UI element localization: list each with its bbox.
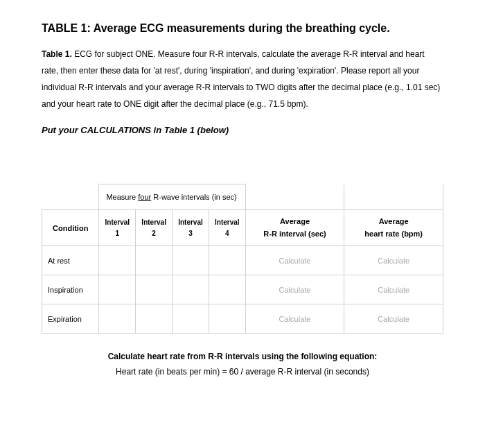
empty-corner [42, 184, 99, 210]
interval-input[interactable] [209, 246, 245, 275]
avg-hr-header: Average heart rate (bpm) [344, 210, 443, 246]
interval-input[interactable] [209, 275, 245, 304]
interval-header-4: Interval 4 [209, 210, 245, 246]
footer-equation: Heart rate (in beats per min) = 60 / ave… [42, 367, 443, 377]
desc-prefix: Table 1. [42, 49, 72, 59]
measure-header: Measure four R-wave intervals (in sec) [99, 184, 245, 210]
interval-input[interactable] [136, 246, 173, 275]
interval-header-1: Interval 1 [99, 210, 136, 246]
interval-header-3: Interval 3 [173, 210, 209, 246]
avg-rr-header: Average R-R interval (sec) [245, 210, 344, 246]
empty-corner [344, 184, 443, 210]
calculate-hr-cell[interactable]: Calculate [344, 275, 443, 304]
footer: Calculate heart rate from R-R intervals … [42, 352, 443, 377]
calculate-rr-cell[interactable]: Calculate [245, 246, 344, 275]
footer-equation-label: Calculate heart rate from R-R intervals … [42, 352, 443, 361]
table-row: Inspiration Calculate Calculate [42, 275, 443, 304]
interval-input[interactable] [173, 275, 209, 304]
interval-input[interactable] [99, 275, 136, 304]
interval-input[interactable] [209, 304, 245, 334]
interval-header-2: Interval 2 [136, 210, 173, 246]
condition-cell: Inspiration [42, 275, 99, 304]
interval-input[interactable] [99, 304, 136, 334]
condition-header: Condition [42, 210, 99, 246]
interval-input[interactable] [173, 246, 209, 275]
calculate-rr-cell[interactable]: Calculate [245, 304, 344, 334]
interval-input[interactable] [173, 304, 209, 334]
calculate-rr-cell[interactable]: Calculate [245, 275, 344, 304]
desc-text: ECG for subject ONE. Measure four R-R in… [42, 49, 440, 109]
condition-cell: At rest [42, 246, 99, 275]
interval-input[interactable] [136, 304, 173, 334]
interval-input[interactable] [99, 246, 136, 275]
instruction-text: Put your CALCULATIONS in Table 1 (below) [42, 125, 443, 135]
ecg-table: Measure four R-wave intervals (in sec) C… [42, 184, 443, 334]
empty-corner [245, 184, 344, 210]
page-title: TABLE 1: Average ECG measurements during… [42, 22, 443, 35]
condition-cell: Expiration [42, 304, 99, 334]
calculate-hr-cell[interactable]: Calculate [344, 304, 443, 334]
calculate-hr-cell[interactable]: Calculate [344, 246, 443, 275]
table-row: Expiration Calculate Calculate [42, 304, 443, 334]
table-row: At rest Calculate Calculate [42, 246, 443, 275]
interval-input[interactable] [136, 275, 173, 304]
table-description: Table 1. ECG for subject ONE. Measure fo… [42, 46, 443, 112]
